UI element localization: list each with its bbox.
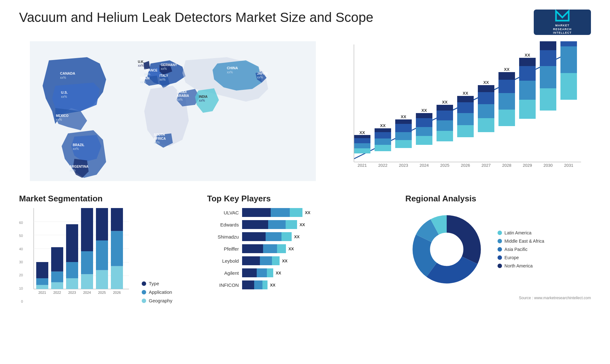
- legend-label-application: Application: [149, 289, 172, 295]
- reg-label-north-america: North America: [505, 263, 533, 268]
- svg-rect-127: [96, 240, 108, 270]
- svg-text:xx%: xx%: [154, 141, 160, 144]
- svg-text:2029: 2029: [523, 163, 532, 168]
- svg-rect-87: [519, 58, 536, 66]
- svg-text:XX: XX: [421, 108, 427, 113]
- svg-rect-67: [457, 113, 474, 125]
- player-name-edwards: Edwards: [207, 222, 239, 227]
- seg-legend: Type Application Geography: [139, 278, 172, 303]
- reg-label-asia-pacific: Asia Pacific: [505, 247, 527, 252]
- player-row-agilent: Agilent XX: [207, 268, 393, 277]
- svg-text:2028: 2028: [502, 163, 512, 168]
- player-bar-stack: [242, 208, 302, 217]
- svg-text:2023: 2023: [68, 291, 76, 294]
- svg-rect-39: [354, 135, 370, 138]
- svg-text:XX: XX: [463, 91, 468, 96]
- legend-dot-type: [142, 281, 146, 286]
- legend-label-type: Type: [149, 281, 159, 286]
- svg-text:U.K.: U.K.: [138, 60, 144, 64]
- player-label: XX: [294, 234, 300, 239]
- player-row-edwards: Edwards XX: [207, 220, 393, 229]
- svg-text:AFRICA: AFRICA: [154, 137, 166, 140]
- svg-rect-48: [395, 140, 412, 148]
- legend-item-type: Type: [142, 281, 172, 286]
- regional-legend: Latin America Middle East & Africa Asia …: [498, 230, 544, 268]
- svg-rect-56: [416, 118, 432, 127]
- reg-dot-north-america: [498, 264, 502, 268]
- reg-legend-asia-pacific: Asia Pacific: [498, 247, 544, 252]
- source-text: Source : www.marketresearchintellect.com: [405, 296, 591, 300]
- svg-text:2027: 2027: [482, 163, 491, 168]
- player-bar-seg3: [272, 256, 280, 265]
- svg-rect-57: [416, 113, 432, 118]
- svg-rect-85: [519, 81, 536, 100]
- svg-rect-63: [437, 105, 453, 111]
- growth-chart: XX 2021 XX 2022: [339, 41, 591, 181]
- player-bar-stack: [242, 256, 280, 265]
- svg-text:ITALY: ITALY: [159, 74, 168, 78]
- svg-rect-122: [81, 274, 93, 289]
- svg-rect-66: [457, 125, 474, 137]
- svg-rect-73: [478, 104, 494, 118]
- player-row-pfeiffer: Pfeiffer XX: [207, 244, 393, 253]
- reg-label-europe: Europe: [505, 255, 519, 260]
- svg-rect-119: [66, 262, 78, 278]
- svg-text:xx%: xx%: [144, 72, 150, 76]
- growth-chart-svg: XX 2021 XX 2022: [339, 41, 591, 175]
- svg-text:2031: 2031: [564, 163, 573, 168]
- svg-rect-68: [457, 102, 474, 113]
- svg-rect-61: [437, 120, 453, 131]
- page-wrapper: Vacuum and Helium Leak Detectors Market …: [0, 0, 610, 364]
- svg-rect-90: [540, 88, 556, 111]
- segmentation-title: Market Segmentation: [19, 194, 194, 204]
- logo-text: MARKET RESEARCH INTELLECT: [553, 24, 572, 35]
- player-bar-seg3: [262, 280, 268, 289]
- svg-text:U.S.: U.S.: [61, 91, 68, 94]
- svg-text:SOUTH: SOUTH: [154, 133, 165, 137]
- player-bar-seg2: [257, 268, 267, 277]
- player-bar-stack: [242, 280, 268, 289]
- player-bar-seg3: [267, 268, 273, 277]
- svg-text:MEXICO: MEXICO: [56, 114, 69, 118]
- player-label: XX: [270, 283, 275, 287]
- reg-label-middle-east: Middle East & Africa: [505, 239, 544, 244]
- top-section: CANADA xx% U.S. xx% MEXICO xx% BRAZIL xx…: [19, 41, 591, 181]
- player-bar-ulvac: XX: [242, 208, 393, 217]
- reg-dot-europe: [498, 255, 502, 260]
- svg-text:xx%: xx%: [140, 80, 146, 84]
- svg-rect-51: [395, 119, 412, 124]
- seg-chart-svg: 2021 2022: [30, 208, 132, 303]
- svg-text:2022: 2022: [53, 291, 61, 294]
- svg-text:2030: 2030: [544, 163, 553, 168]
- svg-rect-110: [36, 285, 48, 289]
- player-name-shimadzu: Shimadzu: [207, 234, 239, 239]
- svg-rect-55: [416, 127, 432, 136]
- svg-point-139: [430, 233, 463, 266]
- logo-area: MARKET RESEARCH INTELLECT: [534, 10, 591, 35]
- svg-text:XX: XX: [401, 114, 406, 119]
- svg-rect-114: [51, 282, 63, 289]
- svg-text:ARGENTINA: ARGENTINA: [70, 165, 88, 168]
- player-bar-seg3: [290, 208, 302, 217]
- player-bar-seg1: [242, 220, 268, 229]
- player-bar-seg1: [242, 256, 260, 265]
- svg-text:xx%: xx%: [161, 67, 167, 71]
- svg-text:XX: XX: [442, 100, 448, 104]
- player-row-shimadzu: Shimadzu XX: [207, 232, 393, 241]
- svg-rect-91: [540, 66, 556, 88]
- player-bar-inficon: XX: [242, 280, 393, 289]
- svg-text:2025: 2025: [440, 163, 450, 168]
- header: Vacuum and Helium Leak Detectors Market …: [19, 10, 591, 35]
- svg-text:BRAZIL: BRAZIL: [73, 143, 85, 147]
- svg-rect-79: [498, 93, 515, 110]
- svg-rect-81: [498, 72, 515, 80]
- svg-text:2026: 2026: [113, 291, 121, 294]
- player-name-ulvac: ULVAC: [207, 210, 239, 215]
- svg-rect-44: [375, 132, 391, 138]
- player-bar-edwards: XX: [242, 220, 393, 229]
- svg-rect-112: [36, 262, 48, 278]
- svg-rect-86: [519, 66, 536, 81]
- player-bar-seg2: [263, 244, 277, 253]
- player-bar-seg2: [271, 208, 290, 217]
- player-bar-agilent: XX: [242, 268, 393, 277]
